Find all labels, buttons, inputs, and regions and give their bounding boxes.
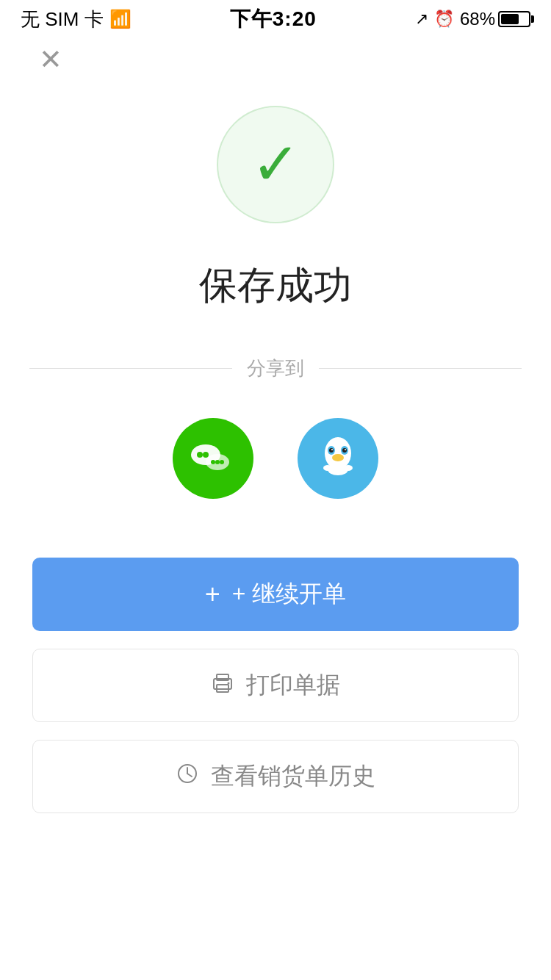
share-label: 分享到 bbox=[232, 356, 319, 381]
history-label: 查看销货单历史 bbox=[211, 760, 375, 793]
svg-point-1 bbox=[197, 452, 203, 458]
status-left: 无 SIM 卡 📶 bbox=[21, 7, 132, 32]
sim-text: 无 SIM 卡 bbox=[21, 7, 104, 32]
svg-point-10 bbox=[329, 448, 334, 453]
share-divider: 分享到 bbox=[0, 356, 551, 381]
close-icon: ✕ bbox=[39, 46, 62, 73]
history-button[interactable]: 查看销货单历史 bbox=[32, 740, 519, 813]
continue-order-label: + 继续开单 bbox=[232, 578, 347, 610]
wechat-icon bbox=[190, 439, 237, 478]
svg-point-16 bbox=[323, 465, 332, 471]
history-icon bbox=[176, 762, 199, 791]
svg-point-13 bbox=[345, 449, 346, 450]
svg-line-24 bbox=[187, 774, 192, 777]
svg-point-5 bbox=[215, 460, 220, 464]
svg-point-21 bbox=[228, 682, 230, 684]
status-time: 下午3:20 bbox=[230, 5, 317, 33]
svg-point-4 bbox=[211, 460, 215, 464]
check-icon: ✓ bbox=[251, 135, 300, 194]
success-title: 保存成功 bbox=[199, 260, 352, 311]
location-icon: ↗ bbox=[415, 10, 428, 29]
svg-point-2 bbox=[203, 452, 209, 458]
qq-icon bbox=[314, 433, 361, 484]
divider-left bbox=[29, 368, 232, 369]
print-label: 打印单据 bbox=[246, 669, 340, 702]
battery-fill bbox=[501, 14, 519, 24]
print-button[interactable]: 打印单据 bbox=[32, 649, 519, 722]
svg-point-11 bbox=[342, 448, 347, 453]
close-button[interactable]: ✕ bbox=[32, 41, 69, 78]
wifi-icon: 📶 bbox=[109, 9, 132, 29]
status-bar: 无 SIM 卡 📶 下午3:20 ↗ ⏰ 68% bbox=[0, 0, 551, 32]
svg-point-14 bbox=[332, 454, 344, 461]
battery-container: 68% bbox=[460, 9, 530, 29]
continue-order-button[interactable]: + + 继续开单 bbox=[32, 558, 519, 631]
svg-point-17 bbox=[344, 465, 353, 471]
success-circle: ✓ bbox=[217, 106, 334, 223]
action-buttons: + + 继续开单 打印单据 查看销货单 bbox=[0, 558, 551, 813]
alarm-icon: ⏰ bbox=[434, 10, 454, 29]
battery-percent: 68% bbox=[460, 9, 495, 29]
print-icon bbox=[211, 671, 234, 700]
wechat-share-button[interactable] bbox=[173, 418, 253, 499]
share-icons bbox=[173, 418, 378, 499]
status-right: ↗ ⏰ 68% bbox=[415, 9, 530, 29]
main-content: ✓ 保存成功 分享到 bbox=[0, 32, 551, 813]
svg-point-6 bbox=[220, 460, 224, 464]
plus-icon: + bbox=[205, 579, 220, 610]
battery-icon bbox=[498, 11, 530, 27]
divider-right bbox=[319, 368, 522, 369]
svg-point-12 bbox=[331, 449, 333, 450]
qq-share-button[interactable] bbox=[298, 418, 378, 499]
